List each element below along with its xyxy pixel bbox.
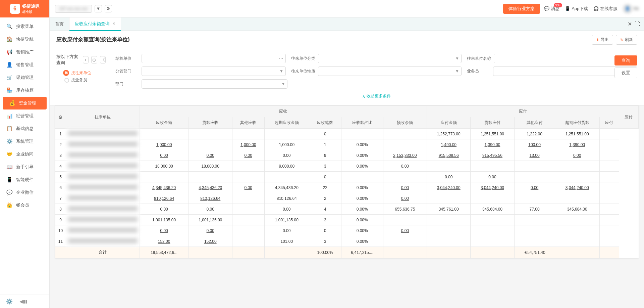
breadcrumb-settings-btn[interactable]: ⚙ <box>105 5 112 12</box>
sidebar-item-quick-nav[interactable]: 🏠 快捷导航 <box>0 33 49 46</box>
table-cell[interactable]: 4,345,436.20 <box>140 182 189 193</box>
table-cell[interactable]: 0.00 <box>383 161 427 172</box>
table-cell[interactable]: 0.00 <box>232 150 264 161</box>
table-cell[interactable]: 0.00 <box>189 225 232 236</box>
table-cell[interactable]: 915,495.56 <box>471 150 514 161</box>
app-download-btn[interactable]: 📱 App下载 <box>565 6 588 12</box>
table-cell: 0 <box>309 129 341 139</box>
sidebar-item-search-menu[interactable]: 🔍 搜索菜单 <box>0 20 49 33</box>
tab-home-label: 首页 <box>55 21 64 27</box>
table-cell[interactable]: 1,251,551.00 <box>555 129 599 139</box>
table-cell[interactable]: 1,390.00 <box>555 139 599 150</box>
table-cell[interactable]: 1,001,135.00 <box>140 215 189 225</box>
table-cell[interactable]: 18,000.00 <box>189 161 232 172</box>
sidebar-item-operation[interactable]: 📊 经营管理 <box>0 109 49 122</box>
table-cell[interactable]: 0.00 <box>427 172 471 182</box>
sidebar-item-cooperation[interactable]: 🤝 企业协同 <box>0 148 49 161</box>
settlement-unit-input[interactable]: ··· <box>142 54 286 63</box>
table-cell[interactable]: 0.00 <box>383 225 427 236</box>
tab-close-icon[interactable]: ✕ <box>112 21 115 26</box>
tab-close-window-btn[interactable]: ✕ <box>628 21 632 27</box>
table-cell[interactable]: 2,153,333.00 <box>383 150 427 161</box>
table-cell[interactable]: 1,251,551.00 <box>471 129 514 139</box>
dept-input[interactable]: ▼ <box>142 79 287 89</box>
online-service-btn[interactable]: 🎧 在线客服 <box>593 6 618 12</box>
sidebar-item-inventory[interactable]: 🏪 库存核算 <box>0 84 49 97</box>
sidebar-bottom[interactable]: ⚙️ ◀▮▮ <box>0 295 49 308</box>
table-cell[interactable]: 13.00 <box>514 150 555 161</box>
unit-category-input[interactable]: ▼ <box>318 54 462 63</box>
table-cell[interactable]: 1,390.00 <box>471 139 514 150</box>
sidebar-item-basic-info[interactable]: 📋 基础信息 <box>0 122 49 135</box>
user-area[interactable]: 👤 Rit <box>623 4 639 13</box>
table-cell[interactable]: 0.00 <box>471 172 514 182</box>
table-cell[interactable]: 655,636.75 <box>383 204 427 215</box>
refresh-label: 刷新 <box>625 37 633 43</box>
filter-settings-btn[interactable]: ⊙ <box>91 56 97 63</box>
table-cell[interactable]: 0.00 <box>140 225 189 236</box>
filter-add-btn[interactable]: + <box>83 56 89 63</box>
table-cell[interactable]: 0.00 <box>514 182 555 193</box>
tab-ar-ap[interactable]: 应收应付余额查询 ✕ <box>69 17 121 31</box>
tab-fullscreen-btn[interactable]: ⛶ <box>635 21 640 27</box>
table-cell[interactable]: 0.00 <box>140 204 189 215</box>
table-cell[interactable]: 345,684.00 <box>555 204 599 215</box>
sidebar-item-sales[interactable]: 👤 销售管理 <box>0 58 49 71</box>
table-cell[interactable]: 3,044,240.00 <box>471 182 514 193</box>
query-button[interactable]: 查询 <box>614 55 637 65</box>
table-settings-icon[interactable]: ⚙ <box>58 115 63 120</box>
sidebar-item-guide[interactable]: 📖 新手引导 <box>0 161 49 173</box>
filter-option-by-unit[interactable]: 畅 按往来单位 <box>63 70 106 76</box>
table-cell[interactable]: 1,222.00 <box>514 129 555 139</box>
table-cell[interactable]: 77.00 <box>514 204 555 215</box>
table-cell[interactable]: 345,761.00 <box>427 204 471 215</box>
table-cell[interactable]: 810,126.64 <box>189 193 232 204</box>
table-cell[interactable]: 4,345,436.20 <box>189 182 232 193</box>
collapse-sidebar-icon[interactable]: ◀▮▮ <box>19 299 28 304</box>
sidebar-item-hardware[interactable]: 📱 智能硬件 <box>0 173 49 186</box>
table-cell[interactable]: 0.00 <box>140 150 189 161</box>
filter-unit-category: 往来单位分类 ▼ <box>291 54 462 63</box>
tab-home[interactable]: 首页 <box>50 17 69 31</box>
breadcrumb-dropdown-btn[interactable]: ▼ <box>95 5 102 12</box>
solution-button[interactable]: 体验行业方案 <box>503 4 540 14</box>
table-cell[interactable]: 1,490.00 <box>427 139 471 150</box>
export-button[interactable]: ⬆ 导出 <box>592 35 613 45</box>
table-cell <box>189 172 232 182</box>
table-cell[interactable]: 1,252,773.00 <box>427 129 471 139</box>
sidebar-item-system[interactable]: ⚙️ 系统管理 <box>0 135 49 148</box>
sidebar-item-wechat[interactable]: 💬 企业微信 <box>0 186 49 199</box>
table-cell[interactable]: 345,684.00 <box>471 204 514 215</box>
table-cell[interactable]: 1,001,135.00 <box>189 215 232 225</box>
table-cell[interactable]: 0.00 <box>383 193 427 204</box>
table-cell[interactable]: 0.00 <box>189 204 232 215</box>
table-cell[interactable]: 152.00 <box>140 236 189 247</box>
sidebar-item-member[interactable]: 👑 畅会员 <box>0 199 49 212</box>
dept-manage-input[interactable]: ▼ <box>142 67 286 76</box>
settings-bottom-icon[interactable]: ⚙️ <box>6 298 13 305</box>
sidebar-item-purchase[interactable]: 🛒 采购管理 <box>0 71 49 84</box>
table-cell[interactable]: 18,000.00 <box>140 161 189 172</box>
table-cell[interactable]: 915,508.56 <box>427 150 471 161</box>
sidebar-item-marketing[interactable]: 📢 营销推广 <box>0 46 49 58</box>
table-cell[interactable]: 100.00 <box>514 139 555 150</box>
table-cell[interactable]: 0.00 <box>555 150 599 161</box>
table-cell[interactable]: 152.00 <box>189 236 232 247</box>
filter-collapse-btn[interactable]: 《 <box>100 56 106 63</box>
table-cell[interactable]: 3,044,240.00 <box>555 182 599 193</box>
table-cell[interactable]: 3,044,240.00 <box>427 182 471 193</box>
unit-nature-input[interactable]: ▼ <box>318 67 462 76</box>
sidebar-item-finance[interactable]: 💰 资金管理 <box>3 97 47 109</box>
refresh-button[interactable]: ↻ 刷新 <box>616 35 637 45</box>
messages-btn[interactable]: 💬 消息 99+ <box>544 6 559 12</box>
settings-col-header[interactable]: ⚙ <box>55 106 66 129</box>
table-cell[interactable]: 0.00 <box>383 182 427 193</box>
table-cell[interactable]: 1,000.00 <box>232 139 264 150</box>
settings-button[interactable]: 设置 <box>614 68 637 78</box>
table-cell[interactable]: 810,126.64 <box>140 193 189 204</box>
table-cell[interactable]: 0.00 <box>189 150 232 161</box>
table-cell[interactable]: 0.00 <box>232 182 264 193</box>
table-cell[interactable]: 1,000.00 <box>140 139 189 150</box>
filter-option-by-staff[interactable]: 按业务员 <box>63 77 106 83</box>
collapse-filter-btn[interactable]: ∧ 收起更多条件 <box>115 92 637 100</box>
